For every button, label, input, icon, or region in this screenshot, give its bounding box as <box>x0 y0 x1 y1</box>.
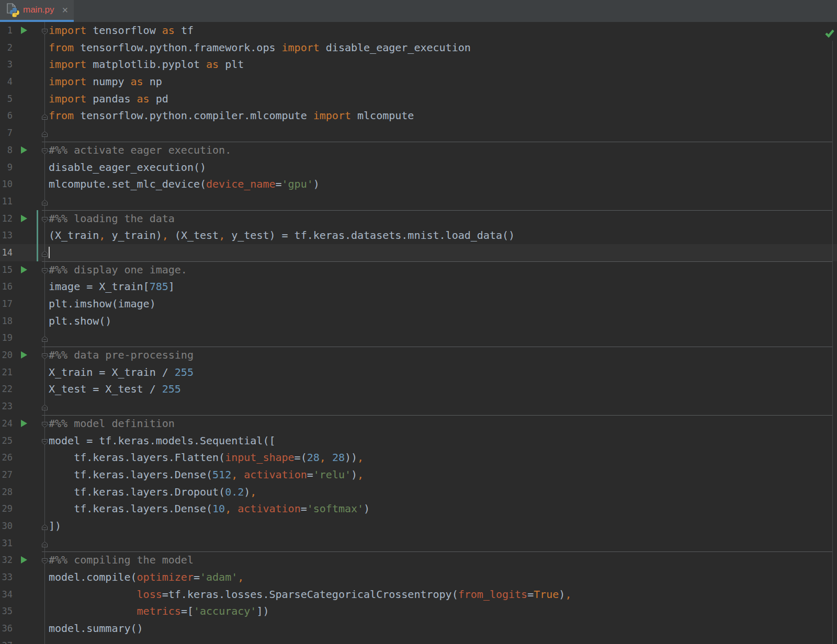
code-text[interactable]: #%% compiling the model <box>49 551 837 569</box>
fold-marker[interactable] <box>41 198 48 205</box>
run-cell-button[interactable] <box>21 27 27 34</box>
code-text[interactable]: X_test = X_test / 255 <box>49 381 837 398</box>
code-text[interactable]: from tensorflow.python.compiler.mlcomput… <box>49 107 837 124</box>
code-text[interactable]: X_train = X_train / 255 <box>49 364 837 381</box>
close-tab-icon[interactable]: × <box>62 5 69 15</box>
code-text[interactable]: (X_train, y_train), (X_test, y_test) = t… <box>49 227 837 244</box>
code-text[interactable]: model.compile(optimizer='adam', <box>49 569 837 586</box>
tab-main-py[interactable]: main.py × <box>0 0 74 22</box>
code-text[interactable]: disable_eager_execution() <box>49 159 837 176</box>
code-text[interactable]: import tensorflow as tf <box>49 22 837 39</box>
fold-marker[interactable] <box>41 27 48 34</box>
code-line[interactable]: 36model.summary() <box>0 620 837 637</box>
code-line[interactable]: 5import pandas as pd <box>0 90 837 108</box>
code-line[interactable]: 13(X_train, y_train), (X_test, y_test) =… <box>0 227 837 244</box>
code-line[interactable]: 20#%% data pre-processing <box>0 347 837 364</box>
code-line[interactable]: 11 <box>0 193 837 210</box>
code-text[interactable] <box>49 637 837 644</box>
code-text[interactable]: tf.keras.layers.Dropout(0.2), <box>49 484 837 501</box>
run-cell-button[interactable] <box>21 266 27 273</box>
code-line[interactable]: 25model = tf.keras.models.Sequential([ <box>0 432 837 450</box>
code-line[interactable]: 27 tf.keras.layers.Dense(512, activation… <box>0 466 837 484</box>
code-line[interactable]: 24#%% model definition <box>0 415 837 432</box>
code-text[interactable] <box>49 124 837 142</box>
code-line[interactable]: 3import matplotlib.pyplot as plt <box>0 56 837 73</box>
inspections-ok-icon[interactable] <box>824 28 835 38</box>
fold-marker[interactable] <box>41 335 48 341</box>
fold-marker[interactable] <box>41 438 48 444</box>
code-line[interactable]: 23 <box>0 398 837 415</box>
code-text[interactable] <box>49 329 837 347</box>
code-line[interactable]: 1import tensorflow as tf <box>0 22 837 39</box>
code-text[interactable]: #%% loading the data <box>49 210 837 227</box>
code-line[interactable]: 26 tf.keras.layers.Flatten(input_shape=(… <box>0 449 837 466</box>
code-text[interactable]: tf.keras.layers.Dense(10, activation='so… <box>49 500 837 518</box>
code-line[interactable]: 30]) <box>0 518 837 535</box>
code-text[interactable] <box>49 398 837 415</box>
code-line[interactable]: 18plt.show() <box>0 313 837 330</box>
code-line[interactable]: 12#%% loading the data <box>0 210 837 227</box>
code-text[interactable]: plt.imshow(image) <box>49 295 837 313</box>
run-cell-button[interactable] <box>21 351 27 359</box>
code-text[interactable]: #%% activate eager execution. <box>49 142 837 159</box>
code-line[interactable]: 8#%% activate eager execution. <box>0 142 837 159</box>
code-line[interactable]: 9disable_eager_execution() <box>0 159 837 176</box>
run-cell-button[interactable] <box>21 556 27 564</box>
code-line[interactable]: 4import numpy as np <box>0 73 837 90</box>
fold-marker[interactable] <box>41 403 48 410</box>
code-text[interactable] <box>49 535 837 552</box>
code-line[interactable]: 2from tensorflow.python.framework.ops im… <box>0 39 837 56</box>
code-line[interactable]: 35 metrics=['accuracy']) <box>0 603 837 620</box>
code-line[interactable]: 15#%% display one image. <box>0 261 837 279</box>
code-text[interactable]: tf.keras.layers.Flatten(input_shape=(28,… <box>49 449 837 466</box>
code-text[interactable]: from tensorflow.python.framework.ops imp… <box>49 39 837 56</box>
code-line[interactable]: 32#%% compiling the model <box>0 551 837 569</box>
code-text[interactable]: import pandas as pd <box>49 90 837 108</box>
code-line[interactable]: 16image = X_train[785] <box>0 278 837 295</box>
code-text[interactable]: model = tf.keras.models.Sequential([ <box>49 432 837 450</box>
code-text[interactable]: #%% data pre-processing <box>49 347 837 364</box>
fold-marker[interactable] <box>41 540 48 547</box>
code-text[interactable]: loss=tf.keras.losses.SparseCategoricalCr… <box>49 586 837 603</box>
code-line[interactable]: 17plt.imshow(image) <box>0 295 837 313</box>
code-line[interactable]: 31 <box>0 535 837 552</box>
run-cell-button[interactable] <box>21 420 27 427</box>
fold-marker[interactable] <box>41 557 48 564</box>
code-line[interactable]: 29 tf.keras.layers.Dense(10, activation=… <box>0 500 837 518</box>
code-text[interactable]: #%% display one image. <box>49 261 837 279</box>
fold-marker[interactable] <box>41 249 48 256</box>
code-text[interactable]: image = X_train[785] <box>49 278 837 295</box>
code-text[interactable]: model.summary() <box>49 620 837 637</box>
code-line[interactable]: 33model.compile(optimizer='adam', <box>0 569 837 586</box>
run-cell-button[interactable] <box>21 215 27 222</box>
code-text[interactable]: import numpy as np <box>49 73 837 90</box>
code-text[interactable]: metrics=['accuracy']) <box>49 603 837 620</box>
fold-marker[interactable] <box>41 130 48 136</box>
code-line[interactable]: 34 loss=tf.keras.losses.SparseCategorica… <box>0 586 837 603</box>
fold-marker[interactable] <box>41 112 48 119</box>
fold-marker[interactable] <box>41 352 48 359</box>
code-line[interactable]: 21X_train = X_train / 255 <box>0 364 837 381</box>
code-text[interactable]: mlcompute.set_mlc_device(device_name='gp… <box>49 176 837 193</box>
code-text[interactable]: #%% model definition <box>49 415 837 432</box>
fold-marker[interactable] <box>41 420 48 427</box>
fold-marker[interactable] <box>41 147 48 154</box>
code-text[interactable] <box>49 244 837 261</box>
fold-marker[interactable] <box>41 267 48 273</box>
code-text[interactable]: tf.keras.layers.Dense(512, activation='r… <box>49 466 837 484</box>
fold-marker[interactable] <box>41 215 48 222</box>
run-cell-button[interactable] <box>21 146 27 154</box>
code-line[interactable]: 22X_test = X_test / 255 <box>0 381 837 398</box>
code-text[interactable]: import matplotlib.pyplot as plt <box>49 56 837 73</box>
code-text[interactable] <box>49 193 837 210</box>
code-editor[interactable]: 1import tensorflow as tf2from tensorflow… <box>0 22 837 644</box>
code-line[interactable]: 28 tf.keras.layers.Dropout(0.2), <box>0 484 837 501</box>
code-text[interactable]: ]) <box>49 518 837 535</box>
code-line[interactable]: 19 <box>0 329 837 347</box>
fold-marker[interactable] <box>41 523 48 530</box>
code-line[interactable]: 10mlcompute.set_mlc_device(device_name='… <box>0 176 837 193</box>
code-line[interactable]: 6from tensorflow.python.compiler.mlcompu… <box>0 107 837 124</box>
code-line[interactable]: 7 <box>0 124 837 142</box>
code-line[interactable]: 37 <box>0 637 837 644</box>
code-line[interactable]: 14 <box>0 244 837 261</box>
